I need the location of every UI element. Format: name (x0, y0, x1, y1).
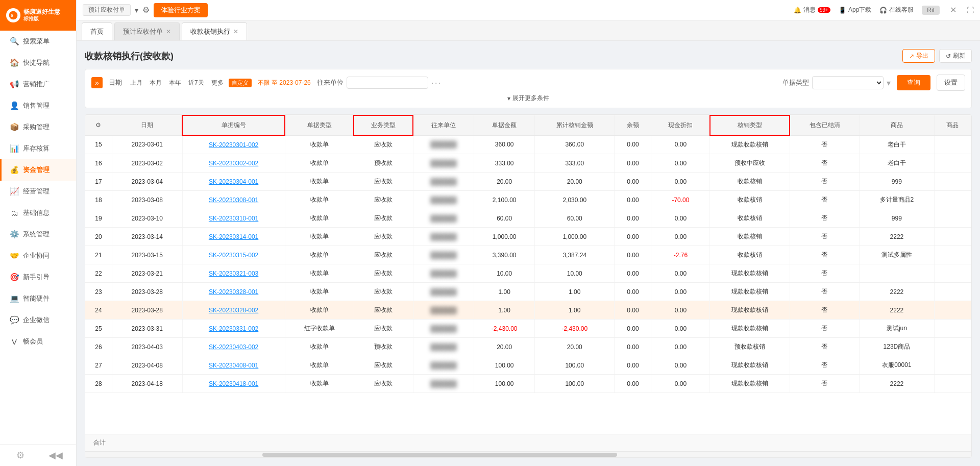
topbar-dropdown-btn[interactable]: ▾ (135, 6, 138, 14)
sidebar-item-finance[interactable]: 💰 资金管理 (0, 159, 76, 181)
cell-doc_no[interactable]: SK-20230408-001 (182, 356, 285, 375)
cell-cancel_type: 预收款核销 (710, 338, 790, 356)
filter-date-more[interactable]: 更多 (209, 78, 226, 88)
cell-doc_no[interactable]: SK-20230314-001 (182, 228, 285, 246)
table-wrapper: ⚙ 日期 单据编号 单据类型 业务类型 往来单位 单据金额 累计核销金额 余额 … (85, 115, 971, 434)
topbar-expand-icon[interactable]: ⛶ (967, 6, 974, 14)
cell-cumulative: 1.00 (535, 301, 615, 320)
tab-home[interactable]: 首页 (82, 22, 112, 40)
cell-include_settled: 否 (790, 264, 859, 283)
sidebar-item-enterprise[interactable]: 🤝 企业协同 (0, 245, 76, 266)
filter-date-7days[interactable]: 近7天 (186, 78, 206, 88)
cell-cancel_type: 现款收款核销 (710, 135, 790, 154)
message-badge: 99+ (818, 7, 830, 13)
cell-doc_no[interactable]: SK-20230403-002 (182, 338, 285, 356)
cell-doc_no[interactable]: SK-20230328-002 (182, 301, 285, 320)
filter-expand-button[interactable]: » (91, 77, 103, 88)
cell-goods (859, 264, 934, 283)
cell-balance: 0.00 (615, 264, 651, 283)
topbar-cta-button[interactable]: 体验行业方案 (154, 3, 208, 17)
cell-goods: 2222 (859, 283, 934, 301)
sidebar-item-marketing[interactable]: 📢 营销推广 (0, 73, 76, 95)
cell-goods: 测试jun (859, 320, 934, 338)
filter-doctype-select[interactable] (812, 76, 884, 89)
cell-cancel_type: 收款核销 (710, 191, 790, 209)
topbar-message-btn[interactable]: 🔔 消息 99+ (794, 6, 830, 14)
cell-include_settled: 否 (790, 173, 859, 191)
sidebar-collapse-btn[interactable]: ◀◀ (41, 450, 71, 461)
topbar-gear-icon[interactable]: ⚙ (142, 5, 150, 15)
cell-date: 2023-03-10 (112, 209, 182, 228)
sidebar-item-sales[interactable]: 👤 销售管理 (0, 95, 76, 116)
sidebar-item-basic[interactable]: 🗂 基础信息 (0, 202, 76, 224)
cell-cumulative: 3,387.24 (535, 246, 615, 264)
export-button[interactable]: ↗ 导出 (902, 49, 935, 63)
table-row: 262023-04-03SK-20230403-002收款单预收款██████2… (85, 338, 971, 356)
filter-date-options: 上月 本月 本年 近7天 更多 自定义 (128, 78, 252, 88)
cell-doc_no[interactable]: SK-20230418-001 (182, 375, 285, 393)
cell-goods2 (934, 375, 971, 393)
cell-cash_discount: 0.00 (651, 301, 710, 320)
sidebar-item-purchase[interactable]: 📦 采购管理 (0, 116, 76, 138)
filter-date-last-month[interactable]: 上月 (128, 78, 144, 88)
cell-doc_no[interactable]: SK-20230328-001 (182, 283, 285, 301)
cell-doc_amount: -2,430.00 (474, 320, 535, 338)
sidebar-settings-btn[interactable]: ⚙ (5, 450, 36, 461)
tab-receipt[interactable]: 收款核销执行 ✕ (182, 22, 247, 40)
cell-doc_amount: 2,100.00 (474, 191, 535, 209)
sidebar-item-system[interactable]: ⚙️ 系统管理 (0, 224, 76, 245)
cell-doc_no[interactable]: SK-20230321-003 (182, 264, 285, 283)
cell-doc_no[interactable]: SK-20230315-002 (182, 246, 285, 264)
cell-goods2 (934, 356, 971, 375)
topbar-close-icon[interactable]: ✕ (948, 5, 959, 15)
sidebar-item-guide[interactable]: 🎯 新手引导 (0, 266, 76, 288)
folder-icon: 🗂 (10, 209, 19, 217)
sidebar-item-search[interactable]: 🔍 搜索菜单 (0, 31, 76, 52)
laptop-icon: 💻 (10, 294, 19, 303)
more-conditions-button[interactable]: ▾ 展开更多条件 (507, 94, 549, 103)
topbar-service-btn[interactable]: 🎧 在线客服 (879, 6, 914, 14)
sidebar-item-hardware[interactable]: 💻 智能硬件 (0, 288, 76, 309)
cell-counterparty: ██████ (413, 135, 474, 154)
cell-goods: 999 (859, 173, 934, 191)
col-balance: 余额 (615, 115, 651, 135)
tab-receipt-close[interactable]: ✕ (233, 28, 238, 35)
sidebar-item-wechat[interactable]: 💬 企业微信 (0, 309, 76, 331)
cell-doc_no[interactable]: SK-20230302-002 (182, 154, 285, 173)
filter-counterparty-input[interactable] (347, 77, 428, 89)
sidebar-item-member[interactable]: V 畅会员 (0, 331, 76, 352)
filter-panel: » 日期 上月 本月 本年 近7天 更多 自定义 不限 至 2023-07-26… (85, 69, 972, 108)
cell-doc_no[interactable]: SK-20230308-001 (182, 191, 285, 209)
topbar-user-avatar[interactable]: Rit (922, 6, 940, 15)
filter-row: » 日期 上月 本月 本年 近7天 更多 自定义 不限 至 2023-07-26… (91, 75, 965, 91)
cell-doc_type: 收款单 (285, 135, 354, 154)
col-settings-icon[interactable]: ⚙ (95, 121, 101, 129)
filter-date-custom[interactable]: 自定义 (229, 79, 252, 87)
col-settings[interactable]: ⚙ (85, 115, 112, 135)
query-button[interactable]: 查询 (897, 75, 930, 90)
phone-icon: 📱 (839, 7, 846, 14)
tab-prepay-close[interactable]: ✕ (166, 28, 171, 35)
cell-doc_no[interactable]: SK-20230301-002 (182, 135, 285, 154)
tab-prepay[interactable]: 预计应收付单 ✕ (114, 22, 180, 40)
cell-doc_amount: 1,000.00 (474, 228, 535, 246)
cell-doc_no[interactable]: SK-20230304-001 (182, 173, 285, 191)
table-row: 202023-03-14SK-20230314-001收款单应收款██████1… (85, 228, 971, 246)
filter-date-this-year[interactable]: 本年 (167, 78, 183, 88)
topbar-app-btn[interactable]: 📱 App下载 (839, 6, 871, 14)
cell-doc_no[interactable]: SK-20230331-002 (182, 320, 285, 338)
settings-button[interactable]: 设置 (937, 75, 965, 91)
filter-date-this-month[interactable]: 本月 (148, 78, 164, 88)
table-scrollbar[interactable] (85, 451, 971, 457)
page-header: 收款核销执行(按收款) ↗ 导出 ↺ 刷新 (85, 49, 972, 63)
refresh-button[interactable]: ↺ 刷新 (939, 49, 972, 63)
cell-doc_no[interactable]: SK-20230310-001 (182, 209, 285, 228)
scrollbar-thumb[interactable] (262, 453, 617, 457)
cell-cumulative: 100.00 (535, 356, 615, 375)
gear-sidebar-icon: ⚙️ (10, 230, 19, 239)
sidebar-item-inventory[interactable]: 📊 库存核算 (0, 138, 76, 159)
chat-icon: 💬 (10, 315, 19, 325)
sidebar-item-quicknav[interactable]: 🏠 快捷导航 (0, 52, 76, 73)
cell-seq: 26 (85, 338, 112, 356)
sidebar-item-operation[interactable]: 📈 经营管理 (0, 181, 76, 202)
